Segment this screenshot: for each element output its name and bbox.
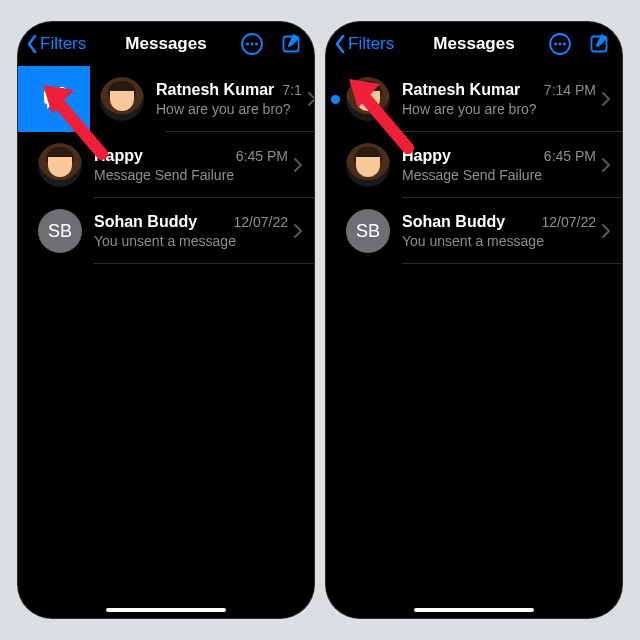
compose-button[interactable] (280, 32, 304, 56)
avatar (346, 77, 390, 121)
back-button[interactable]: Filters (334, 34, 394, 54)
chevron-left-icon (334, 34, 346, 54)
conversation-row-swiped[interactable]: Ratnesh Kumar 7:1 How are you are bro? (18, 66, 314, 132)
conversation-list: Ratnesh Kumar 7:1 How are you are bro? H… (18, 66, 314, 264)
preview-label: Message Send Failure (94, 167, 288, 183)
sender-label: Sohan Buddy (402, 213, 534, 231)
preview-label: You unsent a message (94, 233, 288, 249)
time-label: 7:14 PM (544, 82, 596, 98)
avatar (346, 143, 390, 187)
list-item[interactable]: SB Sohan Buddy 12/07/22 You unsent a mes… (18, 198, 314, 264)
list-item[interactable]: Ratnesh Kumar 7:1 How are you are bro? (90, 66, 314, 132)
chevron-right-icon (602, 158, 610, 172)
sender-label: Sohan Buddy (94, 213, 226, 231)
chevron-right-icon (602, 92, 610, 106)
svg-point-1 (246, 43, 249, 46)
chevron-right-icon (294, 224, 302, 238)
avatar: SB (346, 209, 390, 253)
phone-left: Filters Messages (18, 22, 314, 618)
avatar (38, 143, 82, 187)
sender-label: Ratnesh Kumar (156, 81, 274, 99)
time-label: 12/07/22 (542, 214, 597, 230)
compose-icon (280, 32, 304, 56)
svg-point-6 (59, 88, 65, 94)
preview-label: How are you are bro? (156, 101, 302, 117)
avatar-initials: SB (48, 221, 72, 242)
back-label: Filters (348, 34, 394, 54)
more-button[interactable] (240, 32, 264, 56)
nav-actions (240, 32, 304, 56)
compose-button[interactable] (588, 32, 612, 56)
time-label: 12/07/22 (234, 214, 289, 230)
list-item[interactable]: Happy 6:45 PM Message Send Failure (18, 132, 314, 198)
row-main: Happy 6:45 PM Message Send Failure (402, 147, 596, 183)
chevron-left-icon (26, 34, 38, 54)
svg-point-2 (251, 43, 254, 46)
back-button[interactable]: Filters (26, 34, 86, 54)
row-main: Sohan Buddy 12/07/22 You unsent a messag… (402, 213, 596, 249)
avatar (100, 77, 144, 121)
chevron-right-icon (602, 224, 610, 238)
chevron-right-icon (308, 92, 314, 106)
svg-point-10 (559, 43, 562, 46)
sender-label: Happy (94, 147, 228, 165)
row-main: Sohan Buddy 12/07/22 You unsent a messag… (94, 213, 288, 249)
list-item[interactable]: Ratnesh Kumar 7:14 PM How are you are br… (326, 66, 622, 132)
time-label: 6:45 PM (236, 148, 288, 164)
preview-label: You unsent a message (402, 233, 596, 249)
chevron-right-icon (294, 158, 302, 172)
nav-actions (548, 32, 612, 56)
avatar-initials: SB (356, 221, 380, 242)
back-label: Filters (40, 34, 86, 54)
avatar: SB (38, 209, 82, 253)
unread-col (326, 95, 344, 104)
list-item[interactable]: SB Sohan Buddy 12/07/22 You unsent a mes… (326, 198, 622, 264)
nav-bar: Filters Messages (18, 22, 314, 66)
more-button[interactable] (548, 32, 572, 56)
time-label: 6:45 PM (544, 148, 596, 164)
sender-label: Ratnesh Kumar (402, 81, 536, 99)
svg-point-11 (563, 43, 566, 46)
swipe-action-mark-unread[interactable] (18, 66, 90, 132)
svg-point-3 (255, 43, 258, 46)
svg-point-9 (554, 43, 557, 46)
ellipsis-circle-icon (240, 32, 264, 56)
unread-dot-icon (331, 95, 340, 104)
nav-bar: Filters Messages (326, 22, 622, 66)
compose-icon (588, 32, 612, 56)
preview-label: How are you are bro? (402, 101, 596, 117)
home-indicator[interactable] (414, 608, 534, 612)
list-item[interactable]: Happy 6:45 PM Message Send Failure (326, 132, 622, 198)
time-label: 7:1 (282, 82, 301, 98)
phone-right: Filters Messages Ratnesh Kumar 7:14 PM H… (326, 22, 622, 618)
preview-label: Message Send Failure (402, 167, 596, 183)
row-main: Ratnesh Kumar 7:1 How are you are bro? (156, 81, 302, 117)
conversation-list: Ratnesh Kumar 7:14 PM How are you are br… (326, 66, 622, 264)
home-indicator[interactable] (106, 608, 226, 612)
mark-unread-icon (39, 84, 69, 114)
row-main: Ratnesh Kumar 7:14 PM How are you are br… (402, 81, 596, 117)
ellipsis-circle-icon (548, 32, 572, 56)
row-main: Happy 6:45 PM Message Send Failure (94, 147, 288, 183)
sender-label: Happy (402, 147, 536, 165)
